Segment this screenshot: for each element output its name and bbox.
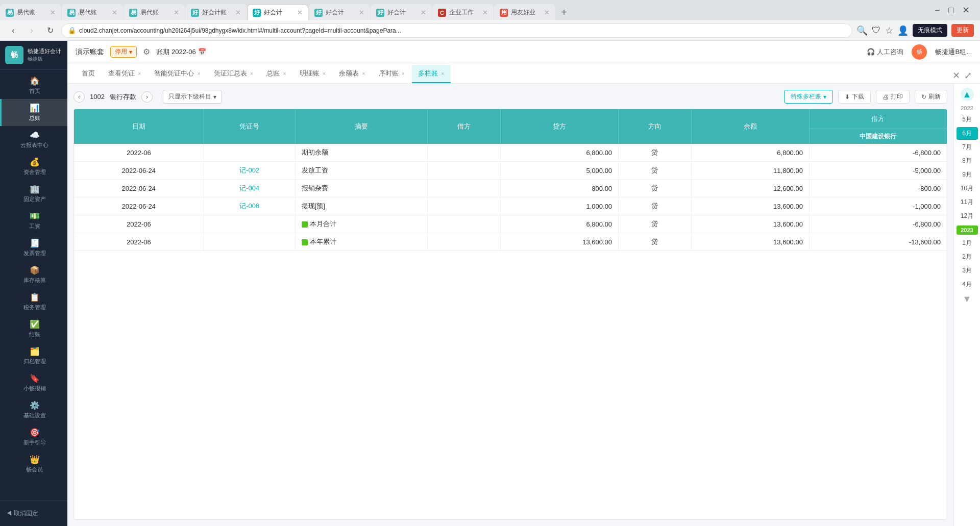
expand-tab-icon[interactable]: ⤢: [964, 70, 972, 81]
month-item[interactable]: 8月: [957, 155, 978, 167]
month-item[interactable]: 1月: [957, 237, 978, 249]
sidebar-menu-item[interactable]: 📦库存核算: [0, 261, 67, 288]
browser-tab[interactable]: 易易代账✕: [0, 4, 61, 20]
nav-tab[interactable]: 余额表×: [333, 65, 371, 83]
download-button[interactable]: ⬇ 下载: [838, 90, 871, 104]
nav-tab[interactable]: 序时账×: [373, 65, 411, 83]
table-cell: 本年累计: [295, 233, 428, 251]
multi-column-button[interactable]: 特殊多栏账 ▾: [784, 90, 833, 104]
month-item[interactable]: 4月: [957, 278, 978, 291]
table-cell: 贷: [619, 162, 691, 180]
month-item[interactable]: 9月: [957, 168, 978, 181]
profile-icon[interactable]: 👤: [897, 25, 909, 36]
close-tab-icon[interactable]: ✕: [952, 70, 960, 81]
filter-dropdown[interactable]: 只显示下级科目 ▾: [163, 90, 222, 104]
nav-tab[interactable]: 多栏账×: [412, 65, 450, 83]
table-cell: 2022-06-24: [74, 180, 204, 197]
sidebar-menu-item[interactable]: 🏠首页: [0, 72, 67, 99]
month-item[interactable]: 10月: [957, 182, 978, 195]
scroll-up-arrow[interactable]: ▲: [961, 88, 974, 101]
browser-tab[interactable]: 用用友好业✕: [494, 4, 555, 20]
col-balance: 余额: [691, 109, 809, 144]
table-cell: -6,800.00: [809, 215, 947, 233]
minimize-icon[interactable]: −: [935, 5, 941, 16]
unpin-button[interactable]: ◀ 取消固定: [0, 505, 67, 522]
month-item[interactable]: 6月: [957, 127, 978, 140]
table-cell: -800.00: [809, 180, 947, 197]
reload-button[interactable]: ↻: [43, 23, 57, 38]
close-icon[interactable]: ✕: [962, 5, 970, 16]
table-cell[interactable]: 记-004: [204, 180, 295, 197]
sidebar-menu-item[interactable]: 🎯新手引导: [0, 423, 67, 450]
browser-tab[interactable]: 好好会计✕: [247, 4, 308, 20]
window-controls: − □ ✕: [929, 0, 976, 20]
shield-icon[interactable]: 🛡: [872, 25, 881, 36]
table-cell: 1,000.00: [500, 197, 618, 215]
sidebar-menu-item[interactable]: ⚙️基础设置: [0, 396, 67, 423]
sidebar-menu-item[interactable]: 📋税务管理: [0, 288, 67, 315]
nav-tab[interactable]: 明细账×: [293, 65, 332, 83]
table-cell: 2022-06: [74, 233, 204, 251]
sidebar-menu-item[interactable]: 🏢固定资产: [0, 180, 67, 207]
table-cell: -6,800.00: [809, 144, 947, 162]
back-button[interactable]: ‹: [6, 23, 20, 38]
browser-tab[interactable]: C企业工作✕: [432, 4, 494, 20]
table-cell: [428, 180, 500, 197]
sidebar-menu-item[interactable]: 📊总账: [0, 99, 67, 126]
table-cell: 贷: [619, 197, 691, 215]
account-nav-prev[interactable]: ‹: [74, 91, 85, 103]
nav-tab[interactable]: 首页: [76, 65, 101, 83]
sidebar-menu-item[interactable]: 🔖小畅报销: [0, 369, 67, 396]
sidebar-menu-item[interactable]: 💰资金管理: [0, 153, 67, 180]
browser-tab[interactable]: 好好会计账✕: [185, 4, 247, 20]
nav-tab[interactable]: 凭证汇总表×: [208, 65, 259, 83]
table-cell: [428, 197, 500, 215]
topbar: 演示账套 停用 ▾ ⚙ 账期 2022-06 📅 🎧 人工咨询 畅 畅捷通B组.…: [67, 41, 980, 63]
ledger-table-wrap: 日期 凭证号 摘要 借方 贷方 方向 余额 借方 中国建设银行: [74, 109, 947, 520]
month-item[interactable]: 3月: [957, 264, 978, 277]
nav-tab[interactable]: 智能凭证中心×: [148, 65, 206, 83]
update-button[interactable]: 更新: [951, 24, 974, 37]
settings-icon[interactable]: ⚙: [143, 47, 150, 57]
sidebar-menu-item[interactable]: ✅结账: [0, 315, 67, 342]
no-trace-button[interactable]: 无痕模式: [913, 24, 947, 37]
account-status-tag[interactable]: 停用 ▾: [110, 46, 137, 58]
sidebar-menu-item[interactable]: 💵工资: [0, 207, 67, 234]
month-item[interactable]: 11月: [957, 196, 978, 209]
new-tab-button[interactable]: +: [556, 4, 572, 20]
month-item[interactable]: 7月: [957, 141, 978, 154]
browser-tab[interactable]: 易易代账✕: [124, 4, 185, 20]
star-icon[interactable]: ☆: [885, 25, 893, 36]
table-cell[interactable]: 记-002: [204, 162, 295, 180]
maximize-icon[interactable]: □: [948, 5, 954, 16]
table-cell[interactable]: 记-006: [204, 197, 295, 215]
calendar-icon[interactable]: 📅: [198, 48, 206, 56]
month-item[interactable]: 12月: [957, 210, 978, 222]
table-cell: 6,800.00: [500, 144, 618, 162]
search-icon[interactable]: 🔍: [856, 25, 868, 36]
month-item[interactable]: 2月: [957, 251, 978, 263]
sidebar-menu-item[interactable]: ☁️云报表中心: [0, 126, 67, 153]
browser-tab[interactable]: 易易代账✕: [62, 4, 123, 20]
user-avatar[interactable]: 畅: [912, 44, 927, 60]
sidebar-menu-item[interactable]: 🧾发票管理: [0, 234, 67, 261]
account-nav-next[interactable]: ›: [141, 91, 153, 103]
browser-tab[interactable]: 好好会计✕: [371, 4, 432, 20]
nav-tab[interactable]: 查看凭证×: [102, 65, 147, 83]
table-cell: 发放工资: [295, 162, 428, 180]
consult-button[interactable]: 🎧 人工咨询: [867, 47, 903, 57]
url-input[interactable]: 🔒 cloud2.chanjet.com/accounting/uh26t264…: [61, 23, 852, 38]
sidebar-menu-item[interactable]: 👑畅会员: [0, 450, 67, 478]
forward-button[interactable]: ›: [24, 23, 39, 38]
table-row: 2022-06-24记-004报销杂费800.00贷12,600.00-800.…: [74, 180, 947, 197]
browser-tab[interactable]: 好好会计✕: [309, 4, 370, 20]
table-cell: 6,800.00: [691, 144, 809, 162]
scroll-down-arrow[interactable]: ▼: [963, 294, 972, 305]
print-button[interactable]: 🖨 打印: [876, 90, 910, 104]
refresh-button[interactable]: ↻ 刷新: [915, 90, 947, 104]
sidebar-menu-item[interactable]: 🗂️归档管理: [0, 342, 67, 369]
month-item[interactable]: 5月: [957, 113, 978, 126]
table-cell: 13,600.00: [691, 233, 809, 251]
nav-tab[interactable]: 总账×: [260, 65, 292, 83]
dropdown-arrow-icon: ▾: [213, 93, 216, 101]
